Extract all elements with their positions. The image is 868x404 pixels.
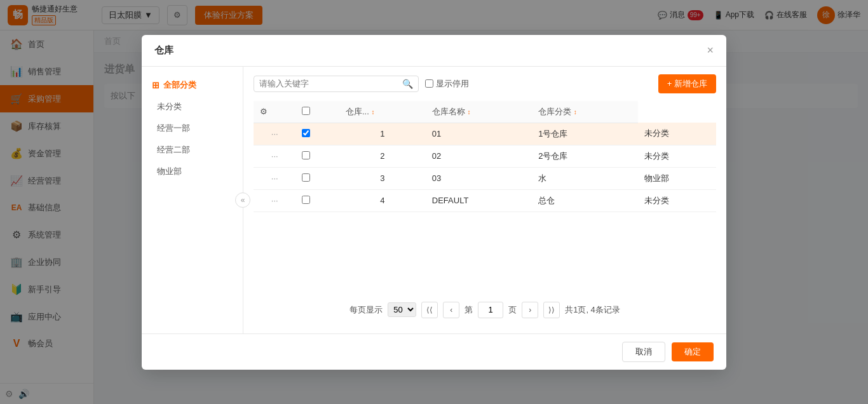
row-name: 1号仓库 — [532, 123, 638, 145]
show-disabled-checkbox[interactable] — [425, 79, 433, 88]
prev-page-btn[interactable]: ‹ — [443, 302, 459, 318]
category-collapse-btn[interactable]: « — [235, 192, 250, 208]
row-code: 01 — [426, 123, 532, 145]
pagination: 每页显示 50 ⟨⟨ ‹ 第 页 › ⟩⟩ 共1页, 4条记录 — [254, 294, 716, 326]
row-checkbox[interactable] — [295, 123, 339, 145]
category-all-header[interactable]: ⊞ 全部分类 — [142, 74, 243, 96]
row-more[interactable]: ··· — [254, 167, 295, 189]
search-box[interactable]: 🔍 — [254, 76, 419, 92]
row-name: 水 — [532, 167, 638, 189]
row-category: 物业部 — [638, 167, 716, 189]
row-category: 未分类 — [638, 145, 716, 167]
category-item-uncategorized[interactable]: 未分类 — [142, 96, 243, 118]
first-page-btn[interactable]: ⟨⟨ — [421, 302, 438, 318]
dialog-close-btn[interactable]: × — [707, 44, 714, 57]
row-num: 2 — [339, 145, 426, 167]
col-name[interactable]: 仓库名称 ↕ — [426, 101, 532, 123]
row-checkbox[interactable] — [295, 145, 339, 167]
dialog-overlay: 仓库 × ⊞ 全部分类 未分类 经营一部 经营二部 物业部 « — [0, 0, 868, 404]
category-item-ops1[interactable]: 经营一部 — [142, 118, 243, 139]
per-page-select[interactable]: 50 — [388, 302, 416, 317]
row-checkbox[interactable] — [295, 189, 339, 212]
warehouse-table: ⚙ 仓库... ↕ 仓库名称 ↕ 仓库分类 — [254, 101, 716, 212]
total-info: 共1页, 4条记录 — [565, 304, 620, 316]
row-name: 2号仓库 — [532, 145, 638, 167]
grid-icon: ⊞ — [152, 80, 159, 90]
col-checkbox — [295, 101, 339, 123]
row-code: DEFAULT — [426, 189, 532, 212]
dialog-body: ⊞ 全部分类 未分类 经营一部 经营二部 物业部 « 🔍 — [142, 67, 726, 333]
code-sort-icon: ↕ — [371, 109, 374, 116]
new-warehouse-btn[interactable]: + 新增仓库 — [658, 74, 716, 93]
dialog-title: 仓库 — [154, 44, 173, 57]
table-panel: 🔍 显示停用 + 新增仓库 ⚙ 仓库. — [243, 67, 726, 333]
select-all-checkbox[interactable] — [302, 107, 310, 115]
row-code: 02 — [426, 145, 532, 167]
row-code: 03 — [426, 167, 532, 189]
table-row[interactable]: ··· 4 DEFAULT 总仓 未分类 — [254, 189, 716, 212]
row-num: 3 — [339, 167, 426, 189]
dialog-footer: 取消 确定 — [142, 333, 726, 370]
name-sort-icon: ↕ — [467, 109, 470, 116]
last-page-btn[interactable]: ⟩⟩ — [543, 302, 560, 318]
row-more[interactable]: ··· — [254, 145, 295, 167]
confirm-btn[interactable]: 确定 — [672, 342, 714, 361]
row-name: 总仓 — [532, 189, 638, 212]
category-sort-icon: ↕ — [574, 109, 577, 116]
row-category: 未分类 — [638, 123, 716, 145]
warehouse-dialog: 仓库 × ⊞ 全部分类 未分类 经营一部 经营二部 物业部 « — [142, 35, 726, 370]
table-row[interactable]: ··· 1 01 1号仓库 未分类 — [254, 123, 716, 145]
col-category[interactable]: 仓库分类 ↕ — [532, 101, 638, 123]
cancel-btn[interactable]: 取消 — [622, 342, 665, 362]
col-code[interactable]: 仓库... ↕ — [339, 101, 426, 123]
dialog-header: 仓库 × — [142, 35, 726, 67]
next-page-btn[interactable]: › — [522, 302, 538, 318]
row-num: 1 — [339, 123, 426, 145]
table-row[interactable]: ··· 3 03 水 物业部 — [254, 167, 716, 189]
search-icon[interactable]: 🔍 — [402, 79, 413, 89]
row-more[interactable]: ··· — [254, 123, 295, 145]
row-num: 4 — [339, 189, 426, 212]
show-disabled-label[interactable]: 显示停用 — [425, 78, 469, 90]
category-item-ops2[interactable]: 经营二部 — [142, 139, 243, 161]
table-row[interactable]: ··· 2 02 2号仓库 未分类 — [254, 145, 716, 167]
search-input[interactable] — [259, 79, 402, 88]
row-more[interactable]: ··· — [254, 189, 295, 212]
row-checkbox[interactable] — [295, 167, 339, 189]
category-item-property[interactable]: 物业部 — [142, 161, 243, 182]
page-input[interactable] — [478, 302, 503, 318]
table-toolbar: 🔍 显示停用 + 新增仓库 — [254, 74, 716, 93]
col-settings: ⚙ — [254, 101, 295, 123]
row-category: 未分类 — [638, 189, 716, 212]
category-panel: ⊞ 全部分类 未分类 经营一部 经营二部 物业部 « — [142, 67, 243, 333]
